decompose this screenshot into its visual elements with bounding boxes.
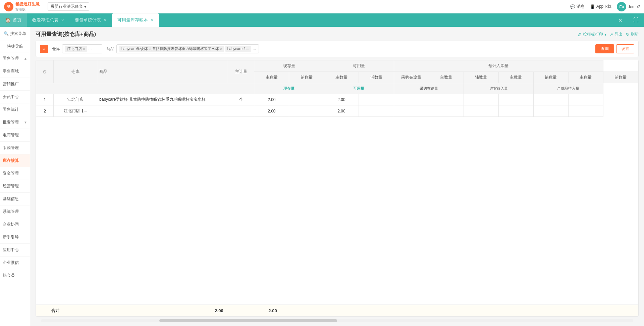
- footer-stock-main: 2.00: [206, 308, 232, 313]
- sidebar-item-newbie-guide[interactable]: 新手引导: [0, 231, 30, 244]
- filter-more-dots[interactable]: ···: [88, 47, 92, 51]
- sidebar-item-purchase[interactable]: 采购管理: [0, 142, 30, 154]
- sidebar-basic-info-label: 基础信息: [3, 196, 19, 202]
- row1-product: babycare学饮杯 儿童防摔防撞吸管杯重力球吸嘴杯宝宝水杯: [97, 94, 228, 105]
- row2-product: [97, 105, 228, 117]
- row2-no: 2: [36, 105, 54, 117]
- sidebar-item-member[interactable]: 会员中心: [0, 91, 30, 103]
- sidebar-search-area: 🔍 搜索菜单: [0, 27, 30, 41]
- message-btn[interactable]: 💬 消息: [570, 4, 585, 9]
- quick-nav-btn[interactable]: 快捷导航: [0, 41, 30, 52]
- sidebar-item-app-center[interactable]: 应用中心: [0, 244, 30, 257]
- th-purchase-transit-sub: 采购在途量: [394, 83, 464, 94]
- nav-tabs: 🏠 首页 收发存汇总表 ✕ 要货单统计表 ✕ 可用量库存账本 ✕ ✕ ⛶: [0, 13, 644, 27]
- product-filter-input[interactable]: babycare学饮杯 儿童防摔防撞吸管杯重力球吸嘴杯宝宝水杯 × babyca…: [116, 44, 259, 53]
- sidebar-item-basic-info[interactable]: 基础信息: [0, 193, 30, 205]
- settings-button[interactable]: 设置: [616, 44, 634, 53]
- data-table: ⚙ 仓库 商品 主计量 现存量 可用量 预计入库量 主数量 辅数量 主数量 辅数…: [36, 60, 638, 117]
- sidebar-item-vip-member[interactable]: 畅会员: [0, 269, 30, 282]
- tab-home[interactable]: 🏠 首页: [0, 13, 27, 27]
- warehouse-tag-value: 江北门店: [67, 46, 82, 51]
- th-purchase-transit-aux: 辅数量: [464, 72, 498, 83]
- industry-label: 母婴行业演示账套: [51, 4, 83, 9]
- product-tag-1-close[interactable]: ×: [220, 47, 222, 51]
- row1-warehouse: 江北门店: [54, 94, 97, 105]
- page-header: 可用量查询(按仓库+商品) 🖨 按模板打印 ▾ ↗ 导出 ↻ 刷新: [30, 27, 644, 41]
- sidebar-item-enterprise-wechat[interactable]: 企业微信: [0, 257, 30, 269]
- sidebar-item-retail-mgmt[interactable]: 零售管理 ▲: [0, 52, 30, 65]
- sidebar-item-inventory[interactable]: 库存核算: [0, 154, 30, 167]
- sidebar-item-marketing[interactable]: 营销推广: [0, 78, 30, 91]
- refresh-btn[interactable]: ↻ 刷新: [626, 32, 639, 37]
- footer-avail-main: 2.00: [259, 308, 286, 313]
- industry-selector[interactable]: 母婴行业演示账套 ▾: [48, 2, 89, 11]
- sidebar-vip-member-label: 畅会员: [3, 273, 15, 278]
- scroll-thumb[interactable]: [159, 319, 337, 322]
- page-title: 可用量查询(按仓库+商品): [36, 31, 96, 38]
- tab-receive-send-label: 收发存汇总表: [32, 17, 58, 23]
- warehouse-tag-close[interactable]: ×: [83, 47, 85, 51]
- sidebar-item-system[interactable]: 系统管理: [0, 205, 30, 218]
- sidebar-item-enterprise-collab[interactable]: 企业协同: [0, 218, 30, 231]
- product-filter-dots[interactable]: ···: [253, 47, 256, 51]
- print-btn[interactable]: 🖨 按模板打印 ▾: [578, 32, 606, 37]
- th-purchase-pending-sub: 进货待入量: [464, 83, 533, 94]
- th-avail-main: 主数量: [324, 72, 359, 83]
- th-settings[interactable]: ⚙: [36, 60, 54, 83]
- sidebar-marketing-label: 营销推广: [3, 81, 19, 87]
- sidebar-item-ecommerce[interactable]: 电商管理: [0, 129, 30, 142]
- footer-label: 合计: [51, 308, 85, 314]
- row1-pp-main: [464, 94, 498, 105]
- tab-order-stats[interactable]: 要货单统计表 ✕: [69, 13, 112, 27]
- user-menu[interactable]: Ea demo2: [617, 2, 640, 11]
- warehouse-tag: 江北门店 ×: [65, 46, 87, 52]
- sidebar: 🔍 搜索菜单 快捷导航 零售管理 ▲ 零售商城 营销推广 会员中心 零售统计 批…: [0, 27, 30, 326]
- tab-available-stock-close[interactable]: ✕: [151, 18, 154, 22]
- scroll-track[interactable]: [41, 319, 633, 322]
- sidebar-item-retail-shop[interactable]: 零售商城: [0, 65, 30, 78]
- sidebar-enterprise-wechat-label: 企业微信: [3, 260, 19, 266]
- search-menu-label: 搜索菜单: [10, 31, 26, 36]
- page-actions: 🖨 按模板打印 ▾ ↗ 导出 ↻ 刷新: [578, 32, 639, 37]
- sidebar-member-label: 会员中心: [3, 94, 19, 100]
- th-production-pending-sub: 产成品待入量: [533, 83, 603, 94]
- row1-pt-main: [394, 94, 429, 105]
- tab-order-stats-close[interactable]: ✕: [104, 18, 107, 22]
- sidebar-item-operations[interactable]: 经营管理: [0, 180, 30, 193]
- row2-prod-main: [533, 105, 568, 117]
- sidebar-item-wholesale-mgmt[interactable]: 批发管理 ▼: [0, 116, 30, 129]
- filter-action-buttons: 查询 设置: [595, 44, 634, 53]
- row1-unit: 个: [228, 94, 254, 105]
- app-download-btn[interactable]: 📱 App下载: [590, 4, 611, 9]
- query-button[interactable]: 查询: [595, 44, 614, 53]
- chevron-down-icon: ▼: [24, 121, 27, 124]
- sidebar-system-label: 系统管理: [3, 209, 19, 215]
- filter-toggle-btn[interactable]: »: [40, 45, 48, 53]
- tab-receive-send[interactable]: 收发存汇总表 ✕: [27, 13, 69, 27]
- export-btn[interactable]: ↗ 导出: [610, 32, 623, 37]
- row2-warehouse: 江北门店【...: [54, 105, 97, 117]
- app-icon: 📱: [590, 4, 595, 9]
- row2-pp-aux: [498, 105, 533, 117]
- row1-stock-main: 2.00: [254, 94, 289, 105]
- close-all-tabs-btn[interactable]: ✕: [615, 17, 625, 24]
- sidebar-item-retail-stats[interactable]: 零售统计: [0, 103, 30, 116]
- search-menu-btn[interactable]: 🔍 搜索菜单: [3, 30, 27, 38]
- message-icon: 💬: [570, 4, 575, 9]
- top-bar-right: 💬 消息 📱 App下载 Ea demo2: [570, 2, 640, 11]
- warehouse-filter-input[interactable]: 江北门店 × ···: [62, 44, 102, 53]
- sidebar-item-finance[interactable]: 资金管理: [0, 167, 30, 180]
- filter-area: » 仓库 江北门店 × ··· 商品 babycare学饮杯 儿童防摔防撞吸管杯…: [36, 41, 639, 57]
- expand-btn[interactable]: ⛶: [631, 17, 641, 23]
- th-current-stock-sub: 现存量: [254, 83, 324, 94]
- th-stock-main: 主数量: [254, 72, 289, 83]
- tab-available-stock[interactable]: 可用量库存账本 ✕: [112, 13, 159, 27]
- table-container: ⚙ 仓库 商品 主计量 现存量 可用量 预计入库量 主数量 辅数量 主数量 辅数…: [36, 60, 639, 317]
- product-filter-label: 商品: [106, 46, 114, 52]
- row1-avail-main: 2.00: [324, 94, 359, 105]
- top-bar-left: 畅 畅捷通好生意 标准版 母婴行业演示账套 ▾: [4, 2, 89, 11]
- tab-receive-send-close[interactable]: ✕: [61, 18, 64, 22]
- row2-stock-aux: [289, 105, 324, 117]
- tab-available-stock-label: 可用量库存账本: [117, 17, 148, 23]
- sidebar-wholesale-mgmt-label: 批发管理: [3, 120, 19, 125]
